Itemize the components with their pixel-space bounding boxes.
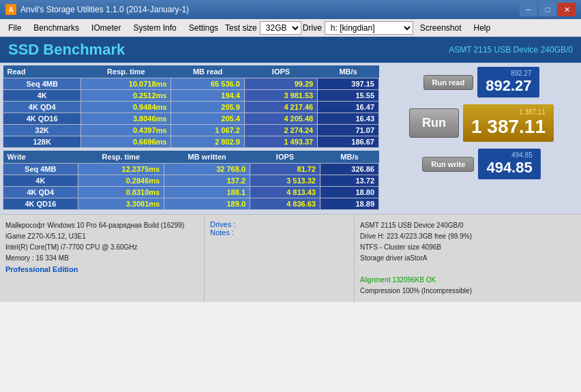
write-row-label: 4K QD4 [3, 187, 78, 198]
read-table-row: 4K QD16 3.8046ms 205.4 4 205.48 16.43 [3, 113, 379, 125]
read-row-mbs: 16.47 [318, 102, 379, 113]
test-size-select[interactable]: 32GB [260, 21, 301, 35]
read-table-row: 128K 0.6696ms 2 802.9 1 493.37 186.67 [3, 136, 379, 148]
main-score-box: 1 387.11 1 387.11 [463, 104, 554, 142]
write-row-iops: 4 836.63 [250, 198, 321, 210]
read-row-iops: 99.29 [244, 78, 317, 90]
write-header-iops: IOPS [250, 151, 321, 164]
write-header-resp: Resp. time [78, 151, 164, 164]
run-read-button[interactable]: Run read [423, 75, 474, 90]
read-row-mb: 205.4 [171, 113, 244, 125]
run-main-section: Run 1 387.11 1 387.11 [409, 104, 554, 142]
read-table-row: Seq 4MB 10.0718ms 65 536.0 99.29 397.15 [3, 78, 379, 90]
window-controls: ─ □ ✕ [520, 3, 576, 16]
read-table: Read Resp. time MB read IOPS MB/s Seq 4M… [3, 65, 379, 148]
sys-line1: Майкрософт Windows 10 Pro 64-разрядная B… [5, 220, 198, 231]
write-row-mbs: 18.80 [320, 187, 378, 198]
menu-settings[interactable]: Settings [183, 22, 224, 34]
read-row-label: 32K [3, 125, 81, 136]
notes-label: Notes : [210, 228, 348, 237]
write-row-label: Seq 4MB [3, 164, 78, 175]
read-row-mbs: 397.15 [318, 78, 379, 90]
close-button[interactable]: ✕ [558, 3, 576, 16]
read-row-iops: 4 217.46 [244, 102, 317, 113]
minimize-button[interactable]: ─ [520, 3, 537, 16]
read-row-resp: 0.2512ms [81, 90, 171, 102]
read-header-mbs: MB/s [318, 65, 379, 78]
device-line6: Alignment 132096KB OK [360, 275, 576, 286]
write-row-iops: 81.72 [250, 164, 321, 175]
drive-select[interactable]: h: [kingdian] [325, 21, 413, 35]
read-row-mbs: 15.55 [318, 90, 379, 102]
run-write-section: Run write 494.85 494.85 [422, 149, 540, 179]
read-row-mb: 2 802.9 [171, 136, 244, 148]
menu-bar: File Benchmarks IOmeter System Info Sett… [0, 19, 581, 37]
read-row-resp: 3.8046ms [81, 113, 171, 125]
read-header-label: Read [3, 65, 81, 78]
write-score-small: 494.85 [486, 151, 532, 159]
read-row-label: 4K [3, 90, 81, 102]
read-row-mbs: 71.07 [318, 125, 379, 136]
write-row-label: 4K [3, 175, 78, 187]
test-size-group: Test size 32GB [225, 21, 301, 35]
maximize-button[interactable]: □ [539, 3, 556, 16]
sys-line4: Memory : 16 334 MB [5, 253, 198, 264]
write-row-label: 4K QD16 [3, 198, 78, 210]
title-bar: A Anvil's Storage Utilities 1.1.0 (2014-… [0, 0, 581, 19]
read-row-resp: 10.0718ms [81, 78, 171, 90]
write-score-large: 494.85 [486, 159, 532, 177]
read-row-mb: 1 067.2 [171, 125, 244, 136]
write-row-mb: 137.2 [164, 175, 250, 187]
write-table-row: 4K QD4 0.8310ms 188.1 4 813.43 18.80 [3, 187, 379, 198]
bottom-right: ASMT 2115 USB Device 240GB/0 Drive H: 22… [355, 215, 581, 302]
drive-group: Drive h: [kingdian] [303, 21, 413, 35]
read-score-small: 892.27 [486, 70, 531, 77]
write-row-resp: 3.3081ms [78, 198, 164, 210]
main-score-small: 1 387.11 [471, 108, 546, 116]
read-table-row: 4K QD4 0.9484ms 205.9 4 217.46 16.47 [3, 102, 379, 113]
write-row-iops: 4 813.43 [250, 187, 321, 198]
main-content: Read Resp. time MB read IOPS MB/s Seq 4M… [0, 63, 581, 214]
run-button[interactable]: Run [409, 108, 459, 138]
sys-line3: Intel(R) Core(TM) i7-7700 CPU @ 3.60GHz [5, 242, 198, 253]
title-bar-text: Anvil's Storage Utilities 1.1.0 (2014-Ja… [20, 5, 189, 14]
write-row-resp: 0.8310ms [78, 187, 164, 198]
write-header-label: Write [3, 151, 78, 164]
menu-system-info[interactable]: System Info [128, 22, 181, 34]
read-row-iops: 3 981.53 [244, 90, 317, 102]
device-line4: Storage driver iaStorA [360, 253, 576, 264]
bottom-bar: Майкрософт Windows 10 Pro 64-разрядная B… [0, 214, 581, 302]
device-line2: Drive H: 223.4/223.3GB free (99.9%) [360, 231, 576, 242]
bottom-middle: Drives : Notes : [205, 215, 355, 302]
write-row-mb: 189.0 [164, 198, 250, 210]
ssd-header: SSD Benchmark ASMT 2115 USB Device 240GB… [0, 37, 581, 63]
write-row-resp: 0.2846ms [78, 175, 164, 187]
menu-help[interactable]: Help [468, 22, 496, 34]
read-row-mb: 205.9 [171, 102, 244, 113]
read-row-label: 128K [3, 136, 81, 148]
write-row-iops: 3 513.32 [250, 175, 321, 187]
read-row-label: 4K QD16 [3, 113, 81, 125]
read-row-label: Seq 4MB [3, 78, 81, 90]
read-row-label: 4K QD4 [3, 102, 81, 113]
write-row-mbs: 13.72 [320, 175, 378, 187]
sys-line2: iGame Z270-X/5.12, U3E1 [5, 231, 198, 242]
run-write-button[interactable]: Run write [422, 157, 474, 172]
write-score-box: 494.85 494.85 [478, 149, 540, 179]
read-row-resp: 0.6696ms [81, 136, 171, 148]
read-header-resp: Resp. time [81, 65, 171, 78]
test-size-label: Test size [225, 23, 257, 33]
read-row-resp: 0.9484ms [81, 102, 171, 113]
menu-iometer[interactable]: IOmeter [86, 22, 126, 34]
menu-screenshot[interactable]: Screenshot [415, 22, 467, 34]
menu-file[interactable]: File [3, 22, 27, 34]
right-panel: Run read 892.27 892.27 Run 1 387.11 1 38… [382, 63, 581, 214]
menu-benchmarks[interactable]: Benchmarks [28, 22, 85, 34]
ssd-device: ASMT 2115 USB Device 240GB/0 [449, 45, 573, 55]
read-row-mbs: 16.43 [318, 113, 379, 125]
write-row-mb: 188.1 [164, 187, 250, 198]
read-row-iops: 1 493.37 [244, 136, 317, 148]
ssd-title: SSD Benchmark [8, 41, 125, 59]
write-table-row: Seq 4MB 12.2375ms 32 768.0 81.72 326.86 [3, 164, 379, 175]
write-header-mbs: MB/s [320, 151, 378, 164]
